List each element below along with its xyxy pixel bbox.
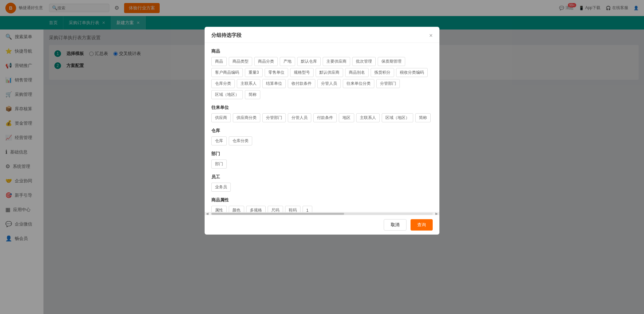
- confirm-button[interactable]: 查询: [411, 219, 433, 231]
- field-tag-weight3[interactable]: 重量3: [245, 68, 263, 77]
- field-tag-dept[interactable]: 分管部门: [376, 79, 400, 88]
- modal-title: 分组待选字段: [211, 32, 241, 39]
- section-department: 部门 部门: [211, 151, 433, 169]
- section-warehouse: 仓库 仓库 仓库分类: [211, 128, 433, 145]
- field-tag-short-name-counterpart[interactable]: 简称: [415, 113, 431, 122]
- field-tag-retail-unit[interactable]: 零售单位: [265, 68, 288, 77]
- field-tag-attr-1[interactable]: 1: [303, 206, 312, 212]
- field-tag-settlement-unit[interactable]: 结算单位: [262, 79, 286, 88]
- field-tag-pick-points[interactable]: 拣货积分: [371, 68, 394, 77]
- field-tag-customer-code[interactable]: 客户商品编码: [211, 68, 243, 77]
- modal-horizontal-scrollbar: ◀ ▶: [205, 212, 439, 215]
- field-tag-shoe-size[interactable]: 鞋码: [285, 206, 301, 212]
- field-tag-mgmt-person[interactable]: 分管人员: [288, 113, 311, 122]
- field-tag-warehouse[interactable]: 仓库: [211, 136, 227, 145]
- field-tag-product-category[interactable]: 商品分类: [254, 57, 278, 66]
- field-tag-payment-condition[interactable]: 付款条件: [313, 113, 337, 122]
- field-tag-main-contact[interactable]: 主联系人: [237, 79, 260, 88]
- modal-overlay: 分组待选字段 × 商品 商品 商品类型 商品分类 产地 默认仓库 主要供应商 批…: [0, 0, 644, 314]
- section-product-attr-title: 商品属性: [211, 197, 433, 203]
- field-tag-mgmt-dept[interactable]: 分管部门: [262, 113, 286, 122]
- field-tag-default-supplier[interactable]: 默认供应商: [316, 68, 343, 77]
- section-employee-fields: 业务员: [211, 183, 433, 192]
- section-department-fields: 部门: [211, 160, 433, 169]
- field-tag-supplier[interactable]: 供应商: [211, 113, 231, 122]
- field-tag-spec-model[interactable]: 规格型号: [290, 68, 314, 77]
- field-tag-supervisor[interactable]: 分管人员: [317, 79, 341, 88]
- hscroll-thumb: [211, 213, 344, 215]
- field-tag-supplier-category[interactable]: 供应商分类: [233, 113, 260, 122]
- field-tag-warehouse-type[interactable]: 仓库分类: [229, 136, 252, 145]
- field-tag-default-warehouse[interactable]: 默认仓库: [297, 57, 321, 66]
- field-tag-color[interactable]: 颜色: [229, 206, 244, 212]
- section-product: 商品 商品 商品类型 商品分类 产地 默认仓库 主要供应商 批次管理 保质期管理…: [211, 48, 433, 99]
- section-product-attr: 商品属性 属性 颜色 多规格 尺码 鞋码 1: [211, 197, 433, 212]
- field-tag-main-supplier[interactable]: 主要供应商: [323, 57, 350, 66]
- section-warehouse-title: 仓库: [211, 128, 433, 134]
- field-tag-warehouse-category[interactable]: 仓库分类: [211, 79, 235, 88]
- section-product-title: 商品: [211, 48, 433, 54]
- field-tag-tax-code[interactable]: 税收分类编码: [396, 68, 428, 77]
- field-tag-size[interactable]: 尺码: [268, 206, 283, 212]
- field-tag-area[interactable]: 地区: [339, 113, 354, 122]
- field-tag-salesperson[interactable]: 业务员: [211, 183, 231, 192]
- field-tag-main-contact-2[interactable]: 主联系人: [356, 113, 380, 122]
- field-tag-counterpart-category[interactable]: 往来单位分类: [343, 79, 374, 88]
- section-product-fields: 商品 商品类型 商品分类 产地 默认仓库 主要供应商 批次管理 保质期管理 客户…: [211, 57, 433, 99]
- field-tag-payment-terms[interactable]: 收付款条件: [288, 79, 315, 88]
- section-employee-title: 员工: [211, 174, 433, 180]
- field-tag-attribute[interactable]: 属性: [211, 206, 227, 212]
- field-tag-origin[interactable]: 产地: [280, 57, 295, 66]
- field-tag-short-name-product[interactable]: 简称: [245, 90, 260, 99]
- field-tag-department[interactable]: 部门: [211, 160, 227, 169]
- modal-header: 分组待选字段 ×: [205, 27, 439, 43]
- section-employee: 员工 业务员: [211, 174, 433, 192]
- section-counterpart: 往来单位 供应商 供应商分类 分管部门 分管人员 付款条件 地区 主联系人 区域…: [211, 105, 433, 122]
- modal-close-button[interactable]: ×: [429, 33, 433, 39]
- section-department-title: 部门: [211, 151, 433, 157]
- section-warehouse-fields: 仓库 仓库分类: [211, 136, 433, 145]
- field-tag-product-alias[interactable]: 商品别名: [345, 68, 369, 77]
- field-tag-batch-mgmt[interactable]: 批次管理: [352, 57, 376, 66]
- modal-footer: 取消 查询: [205, 215, 439, 235]
- field-tag-multi-spec[interactable]: 多规格: [246, 206, 266, 212]
- field-tag-product[interactable]: 商品: [211, 57, 227, 66]
- field-tag-product-type[interactable]: 商品类型: [229, 57, 252, 66]
- modal-dialog: 分组待选字段 × 商品 商品 商品类型 商品分类 产地 默认仓库 主要供应商 批…: [205, 27, 439, 235]
- section-counterpart-fields: 供应商 供应商分类 分管部门 分管人员 付款条件 地区 主联系人 区域（地区） …: [211, 113, 433, 122]
- section-product-attr-fields: 属性 颜色 多规格 尺码 鞋码 1: [211, 206, 433, 212]
- field-tag-region-product[interactable]: 区域（地区）: [211, 90, 243, 99]
- field-tag-region-counterpart[interactable]: 区域（地区）: [382, 113, 413, 122]
- modal-body: 商品 商品 商品类型 商品分类 产地 默认仓库 主要供应商 批次管理 保质期管理…: [205, 43, 439, 212]
- field-tag-expiry-mgmt[interactable]: 保质期管理: [378, 57, 405, 66]
- hscroll-track: [211, 213, 433, 215]
- section-counterpart-title: 往来单位: [211, 105, 433, 111]
- cancel-button[interactable]: 取消: [384, 219, 407, 231]
